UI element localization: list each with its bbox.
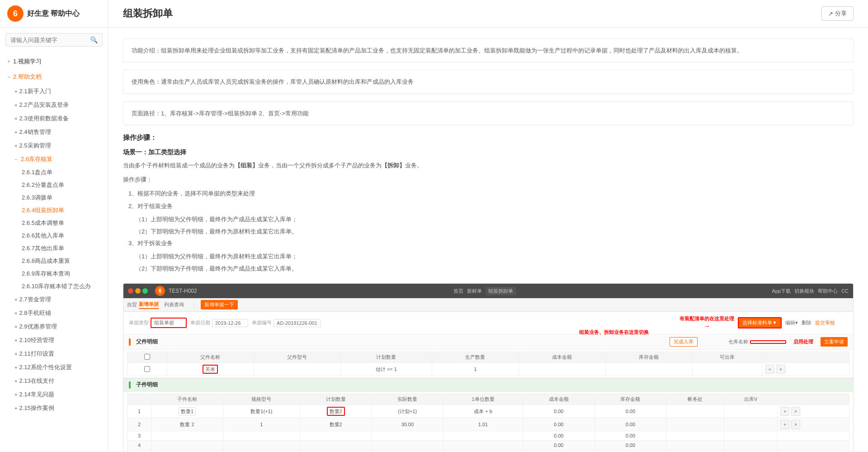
ss-col-child-stock: 库存金额 bbox=[594, 394, 666, 405]
sidebar-item-2.6.3[interactable]: 2.6.3调拨单 bbox=[0, 191, 108, 204]
ss-col-child-actions bbox=[778, 394, 849, 405]
ss-logo: 6 bbox=[155, 286, 165, 296]
ss-col-parent-model: 父件型号 bbox=[254, 352, 340, 363]
sidebar-item-purchase[interactable]: +2.5采购管理 bbox=[0, 139, 108, 152]
ss-field-date: 单据日期 2019-12-26 bbox=[190, 319, 248, 327]
ss-col-child-name: 子件名称 bbox=[151, 394, 223, 405]
add-row-icon[interactable]: + bbox=[765, 365, 774, 374]
ss-sub-child-title: 子件明细 bbox=[136, 381, 158, 389]
child-name-1[interactable]: 数量1 bbox=[179, 407, 196, 415]
screenshot-inner: 6 TEST-H002 首页 新鲜单 组装拆卸单 App下载 切换模块 帮助中心… bbox=[123, 284, 853, 452]
main-area: 组装拆卸单 ↗ 分享 功能介绍：组装拆卸单用来处理企业组装或拆卸等加工业务，支持… bbox=[108, 0, 868, 452]
nav-group-docs: − 2.帮助文档 +2.1新手入门 +2.2产品安装及登录 +2.3使用前数据准… bbox=[0, 69, 108, 415]
sidebar-item-2.6.6[interactable]: 2.6.6其他入库单 bbox=[0, 229, 108, 242]
table-row: 30.000.00 bbox=[127, 431, 849, 441]
search-icon[interactable]: 🔍 bbox=[90, 36, 98, 43]
ss-col-stock-amt: 库存金额 bbox=[605, 352, 692, 363]
sidebar-item-system[interactable]: +2.12系统个性化设置 bbox=[0, 361, 108, 374]
window-min-icon bbox=[135, 288, 141, 294]
green-bar-icon bbox=[129, 381, 131, 389]
sidebar-item-mobile[interactable]: +2.8手机旺铺 bbox=[0, 306, 108, 320]
ss-col-child-ledger: 帐务处 bbox=[666, 394, 724, 405]
del-child-icon[interactable]: × bbox=[791, 407, 800, 416]
ss-field-num: 单据编号 AD-20191226-001 bbox=[252, 319, 321, 327]
window-max-icon bbox=[142, 288, 148, 294]
child-plan-1[interactable]: 数量2 bbox=[327, 407, 345, 416]
sidebar-item-2.6.9[interactable]: 2.6.9库存账本查询 bbox=[0, 267, 108, 280]
sidebar-item-faq[interactable]: +2.14常见问题 bbox=[0, 388, 108, 401]
sidebar-item-newbie[interactable]: +2.1新手入门 bbox=[0, 85, 108, 98]
ss-col-checkbox bbox=[127, 352, 167, 363]
ss-process-btn[interactable]: 完成入库 bbox=[670, 337, 698, 347]
step-3-1: （1）上部明细为父件明细，最终作为原材料生成某它出库单； bbox=[136, 251, 854, 262]
add-child-2-icon[interactable]: + bbox=[780, 420, 789, 429]
table-row: 1 数量1 数量1(+1) 数量2 (计划+1) 成本 + b 0.00 0.0… bbox=[127, 405, 849, 418]
logo-icon: 6 bbox=[7, 5, 24, 22]
sidebar-item-payment[interactable]: +2.13在线支付 bbox=[0, 374, 108, 388]
ss-confirm-btn: 提交审核 bbox=[815, 319, 835, 326]
select-all-upper[interactable] bbox=[144, 354, 150, 360]
row-checkbox[interactable] bbox=[144, 366, 150, 372]
ss-parent-name-input[interactable]: 关米 bbox=[203, 365, 218, 374]
del-child-2-icon[interactable]: × bbox=[791, 420, 800, 429]
sidebar-item-2.6.7[interactable]: 2.6.7其他出库单 bbox=[0, 242, 108, 255]
ss-col-child-actual: 实际数量 bbox=[372, 394, 443, 405]
main-header: 组装拆卸单 ↗ 分享 bbox=[108, 0, 868, 28]
sidebar-item-sales[interactable]: +2.4销售管理 bbox=[0, 125, 108, 139]
ss-header-row: 单据类型 组装单据 单据日期 2019-12-26 单据编号 AD-201912… bbox=[123, 312, 853, 334]
share-button[interactable]: ↗ 分享 bbox=[821, 6, 854, 21]
orange-bar-icon bbox=[129, 338, 131, 346]
step-2: 2、对于组装业务 bbox=[128, 201, 854, 212]
ss-subheader: 父件明细 组装业务、拆卸业务在这里切换 完成入库 仓库名称 启用处理 bbox=[123, 334, 853, 350]
ss-col-seq bbox=[127, 394, 151, 405]
info-block-intro: 功能介绍：组装拆卸单用来处理企业组装或拆卸等加工业务，支持有固定装配清单的产品加… bbox=[123, 38, 854, 62]
plus-icon: + bbox=[7, 58, 10, 65]
ss-col-plan-qty: 计划数量 bbox=[340, 352, 432, 363]
table-row: 50.000.00 bbox=[127, 450, 849, 452]
search-box[interactable]: 🔍 bbox=[5, 33, 103, 47]
ss-new-doc-btn[interactable]: 新增单据一下 bbox=[201, 300, 238, 309]
annotation-assembly: 组装业务、拆卸业务在这里切换 bbox=[579, 329, 649, 336]
sidebar-item-2.6.10[interactable]: 2.6.10库存账本错了怎么办 bbox=[0, 280, 108, 293]
sidebar-item-videos[interactable]: + 1.视频学习 bbox=[0, 54, 108, 69]
screenshot-container: 6 TEST-H002 首页 新鲜单 组装拆卸单 App下载 切换模块 帮助中心… bbox=[123, 283, 854, 452]
sidebar-item-2.6.8[interactable]: 2.6.8商品成本重算 bbox=[0, 255, 108, 267]
nav-sub-docs: +2.1新手入门 +2.2产品安装及登录 +2.3使用前数据准备 +2.4销售管… bbox=[0, 85, 108, 415]
ss-col-child-model: 规格型号 bbox=[223, 394, 300, 405]
ss-select-spec-btn[interactable]: 选择标准料单▼ bbox=[738, 317, 782, 328]
sidebar-item-print[interactable]: +2.11打印设置 bbox=[0, 347, 108, 361]
sidebar-item-2.6.4[interactable]: 2.6.4组装拆卸单 bbox=[0, 204, 108, 217]
sidebar-item-data[interactable]: +2.3使用前数据准备 bbox=[0, 112, 108, 125]
sidebar-item-cases[interactable]: +2.15操作案例 bbox=[0, 401, 108, 415]
sidebar-item-inventory[interactable]: − 2.6库存核算 bbox=[0, 152, 108, 166]
sidebar-item-2.6.5[interactable]: 2.6.5成本调整单 bbox=[0, 217, 108, 229]
ss-warehouse-input[interactable] bbox=[750, 340, 786, 344]
sidebar-item-operation[interactable]: +2.10经营管理 bbox=[0, 333, 108, 347]
sidebar-item-docs[interactable]: − 2.帮助文档 bbox=[0, 69, 108, 85]
ss-toolbar: 自贸 新增单据 列表查询 新增单据一下 bbox=[123, 298, 853, 312]
ss-nav-assembly: 组装拆卸单 bbox=[486, 287, 516, 295]
ss-row-actions: + × bbox=[765, 365, 846, 374]
sidebar-item-2.6.1[interactable]: 2.6.1盘点单 bbox=[0, 166, 108, 179]
page-title: 组装拆卸单 bbox=[123, 7, 173, 20]
ss-upper-table: 父件名称 父件型号 计划数量 生产数量 成本金额 库存金额 可出库 bbox=[127, 352, 849, 376]
table-row: 2 数量 2 1 数量2 30.00 1.01 0.00 0.00 bbox=[127, 418, 849, 431]
sidebar-item-install[interactable]: +2.2产品安装及登录 bbox=[0, 98, 108, 112]
add-child-icon[interactable]: + bbox=[780, 407, 789, 416]
delete-row-icon[interactable]: × bbox=[776, 365, 785, 374]
table-row: 40.000.00 bbox=[127, 441, 849, 450]
step-3-2: （2）下部明细为子件明细，最终作为产成品生成某它入库单。 bbox=[136, 263, 854, 275]
step-2-1: （1）上部明细为父件明细，最终作为产成品生成某它入库单； bbox=[136, 214, 854, 225]
ss-sub-title: 父件明细 bbox=[136, 338, 158, 346]
ss-col-child-cost: 成本金额 bbox=[523, 394, 594, 405]
ss-warehouse-label: 仓库名称 bbox=[728, 338, 748, 345]
nav-group-videos: + 1.视频学习 bbox=[0, 54, 108, 69]
annotation-apply: 启用处理 bbox=[793, 338, 813, 345]
sidebar-item-coupon[interactable]: +2.9优惠券管理 bbox=[0, 320, 108, 333]
window-close-icon bbox=[128, 288, 133, 294]
sidebar-item-finance[interactable]: +2.7资金管理 bbox=[0, 293, 108, 306]
ss-col-child-plan: 计划数量 bbox=[300, 394, 372, 405]
search-input[interactable] bbox=[10, 37, 90, 43]
ss-apply-btn[interactable]: 立案申请 bbox=[821, 337, 848, 347]
sidebar-item-2.6.2[interactable]: 2.6.2分量盘点单 bbox=[0, 179, 108, 191]
